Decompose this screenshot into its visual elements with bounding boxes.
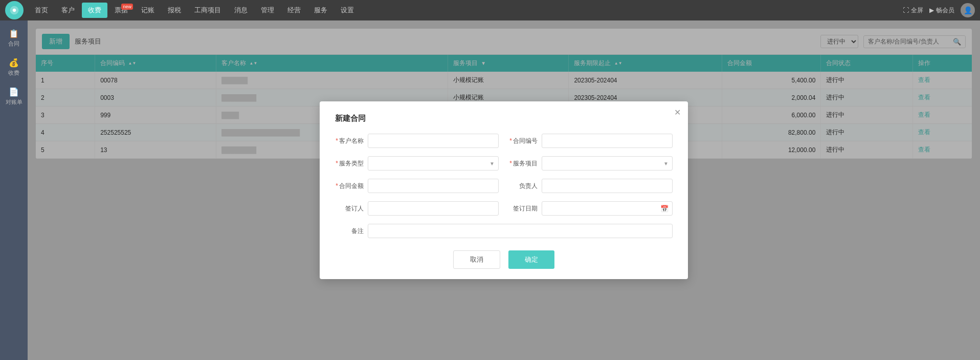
- label-contract-no: *合同编号: [509, 137, 538, 145]
- input-remark[interactable]: [368, 224, 673, 238]
- nav-manage[interactable]: 管理: [255, 3, 280, 18]
- nav-message[interactable]: 消息: [228, 3, 254, 18]
- cancel-button[interactable]: 取消: [453, 250, 500, 269]
- user-avatar[interactable]: 👤: [961, 3, 975, 17]
- main-content: 新增 服务项目 进行中 已完成 已终止 🔍 序号: [28, 20, 980, 360]
- field-signer: 签订人: [335, 201, 499, 216]
- input-responsible-person[interactable]: [542, 179, 673, 193]
- nav-tickets[interactable]: 票据 new: [108, 3, 134, 18]
- field-sign-date: 签订日期 2023-06-06 📅: [509, 201, 673, 216]
- select-service-item[interactable]: [542, 156, 673, 171]
- field-service-type: *服务类型 ▼: [335, 156, 499, 171]
- new-contract-modal: ✕ 新建合同 *客户名称 *合同编号: [320, 101, 688, 279]
- label-responsible-person: 负责人: [509, 182, 538, 190]
- member-icon: ▶: [929, 7, 934, 14]
- left-sidebar: 📋 合同 💰 收费 📄 对账单: [0, 20, 28, 360]
- top-navigation: 首页 客户 收费 票据 new 记账 报税 工商项目 消息 管理 经营 服务 设…: [0, 0, 980, 20]
- sidebar-item-label-reconcile: 对账单: [6, 98, 23, 106]
- field-remark: 备注: [335, 224, 673, 238]
- label-service-type: *服务类型: [335, 159, 364, 168]
- nav-service[interactable]: 服务: [308, 3, 333, 18]
- nav-bizproject[interactable]: 工商项目: [188, 3, 227, 18]
- select-service-type[interactable]: [368, 156, 499, 171]
- field-client-name: *客户名称: [335, 134, 499, 148]
- avatar-icon: 👤: [964, 6, 972, 14]
- fullscreen-icon: ⛶: [903, 7, 909, 14]
- input-contract-amount[interactable]: 0.00: [368, 179, 499, 193]
- nav-settings[interactable]: 设置: [335, 3, 360, 18]
- main-layout: 📋 合同 💰 收费 📄 对账单 新增 服务项目 进行中 已完成 已终止: [0, 20, 980, 360]
- nav-customer[interactable]: 客户: [55, 3, 81, 18]
- date-wrap-sign-date: 2023-06-06 📅: [542, 201, 673, 216]
- form-row-4: 签订人 签订日期 2023-06-06 📅: [335, 201, 673, 216]
- field-contract-amount: *合同金额 0.00: [335, 179, 499, 193]
- label-sign-date: 签订日期: [509, 204, 538, 213]
- calendar-icon[interactable]: 📅: [660, 205, 669, 213]
- nav-operation[interactable]: 经营: [281, 3, 307, 18]
- select-wrap-service-type: ▼: [368, 156, 499, 171]
- fee-icon: 💰: [9, 58, 19, 68]
- reconcile-icon: 📄: [9, 87, 19, 97]
- form-row-1: *客户名称 *合同编号: [335, 134, 673, 148]
- nav-home[interactable]: 首页: [29, 3, 54, 18]
- sidebar-item-label-fee: 收费: [8, 69, 19, 77]
- label-signer: 签订人: [335, 204, 364, 213]
- new-badge: new: [121, 4, 133, 10]
- fullscreen-button[interactable]: ⛶ 全屏: [903, 6, 923, 15]
- field-responsible-person: 负责人: [509, 179, 673, 193]
- sidebar-item-contract[interactable]: 📋 合同: [1, 25, 27, 52]
- label-remark: 备注: [335, 227, 364, 236]
- input-sign-date[interactable]: 2023-06-06: [542, 201, 673, 216]
- nav-bookkeeping[interactable]: 记账: [135, 3, 161, 18]
- input-client-name[interactable]: [368, 134, 499, 148]
- member-button[interactable]: ▶ 畅会员: [929, 6, 954, 15]
- field-contract-no: *合同编号: [509, 134, 673, 148]
- form-row-5: 备注: [335, 224, 673, 238]
- form-row-2: *服务类型 ▼ *服务项目: [335, 156, 673, 171]
- nav-tax[interactable]: 报税: [162, 3, 187, 18]
- input-signer[interactable]: [368, 201, 499, 216]
- nav-items: 首页 客户 收费 票据 new 记账 报税 工商项目 消息 管理 经营 服务 设…: [29, 3, 903, 18]
- confirm-button[interactable]: 确定: [508, 250, 554, 269]
- modal-title: 新建合同: [335, 114, 673, 123]
- label-client-name: *客户名称: [335, 137, 364, 145]
- sidebar-item-label-contract: 合同: [8, 40, 19, 48]
- modal-close-button[interactable]: ✕: [674, 108, 681, 117]
- nav-invoicing[interactable]: 收费: [82, 3, 107, 18]
- top-nav-right: ⛶ 全屏 ▶ 畅会员 👤: [903, 3, 975, 17]
- sidebar-item-reconcile[interactable]: 📄 对账单: [1, 83, 27, 110]
- form-row-3: *合同金额 0.00 负责人: [335, 179, 673, 193]
- field-service-item: *服务项目 ▼: [509, 156, 673, 171]
- label-service-item: *服务项目: [509, 159, 538, 168]
- input-contract-no[interactable]: [542, 134, 673, 148]
- label-contract-amount: *合同金额: [335, 182, 364, 190]
- modal-footer: 取消 确定: [335, 250, 673, 269]
- sidebar-item-fee[interactable]: 💰 收费: [1, 54, 27, 81]
- contract-icon: 📋: [9, 29, 19, 38]
- app-logo: [5, 1, 24, 19]
- select-wrap-service-item: ▼: [542, 156, 673, 171]
- modal-overlay: ✕ 新建合同 *客户名称 *合同编号: [28, 20, 980, 360]
